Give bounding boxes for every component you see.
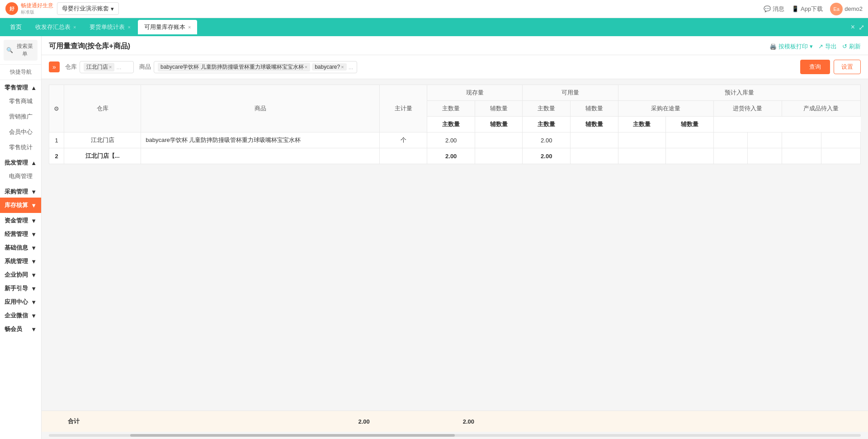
tag-close-btn[interactable]: × [109,64,112,70]
col-available-sub: 辅数量 [571,101,618,117]
header-row-1: ⚙ 仓库 商品 主计量 现存量 可用量 预计入库量 [49,85,861,101]
footer-inc-main [651,415,704,428]
tab-order-stats[interactable]: 要货单统计表 × [83,20,137,34]
footer-available-sub [495,415,547,428]
tab-label: 要货单统计表 [90,23,125,31]
sidebar: 🔍 搜索菜单 快捷导航 零售管理 ▲ 零售商城 营销推广 会员中心 零售统计 批… [0,36,42,439]
tag-text: 江北门店 [86,63,108,71]
refresh-label: 刷新 [849,42,861,51]
tab-label: 可用量库存账本 [144,23,185,31]
export-label: 导出 [825,42,837,51]
footer-inc-sub [704,415,756,428]
export-btn[interactable]: ↗ 导出 [818,42,837,51]
query-btn[interactable]: 查询 [800,60,830,74]
col-settings[interactable]: ⚙ [49,85,64,132]
sidebar-group-retail[interactable]: 零售管理 ▲ [0,80,41,94]
scrollbar-thumb[interactable] [130,434,455,437]
message-icon: 💬 [764,5,771,12]
tag-text: babycare? [315,64,340,70]
quick-nav-btn[interactable]: 快捷导航 [0,65,41,80]
product-tag-1: babycare学饮杯 儿童防摔防撞吸管杯重力球吸嘴杯宝宝水杯 × [158,63,310,71]
industry-selector[interactable]: 母婴行业演示账套 ▾ [57,2,119,15]
table-footer: 合计 2.00 2.00 [42,411,868,432]
sidebar-group-finance[interactable]: 资金管理 ▼ [0,213,41,227]
search-menu-btn[interactable]: 🔍 搜索菜单 [4,40,38,61]
tab-available-stock[interactable]: 可用量库存账本 × [138,20,197,34]
table-row: 2 江北门店【... 2.00 2.00 [49,148,861,164]
tag-close-btn[interactable]: × [305,64,307,70]
sidebar-group-wholesale[interactable]: 批发管理 ▲ [0,155,41,169]
warehouse-ellipsis: ... [116,64,121,71]
col-available-main: 主数量 [523,101,571,117]
row-pt-sub [666,148,714,164]
footer-available-main: 2.00 [443,415,495,428]
product-tags-input[interactable]: babycare学饮杯 儿童防摔防撞吸管杯重力球吸嘴杯宝宝水杯 × babyca… [154,61,357,73]
sidebar-item-member[interactable]: 会员中心 [0,124,41,140]
col-stock: 现存量 [427,85,523,101]
warehouse-tags-input[interactable]: 江北门店 × ... [80,61,134,73]
filter-expand-btn[interactable]: » [49,61,60,72]
tab-close-icon[interactable]: × [73,24,76,30]
logo: 好 畅捷通好生意 标准版 [5,2,53,15]
sidebar-group-purchase[interactable]: 采购管理 ▼ [0,184,41,198]
page-actions: 🖨️ 按模板打印 ▾ ↗ 导出 ↺ 刷新 [769,42,861,51]
sidebar-item-ecommerce[interactable]: 电商管理 [0,169,41,184]
main-layout: 🔍 搜索菜单 快捷导航 零售管理 ▲ 零售商城 营销推广 会员中心 零售统计 批… [0,36,868,439]
message-btn[interactable]: 💬 消息 [764,5,784,13]
app-download-btn[interactable]: 📱 App下载 [792,5,823,13]
sidebar-item-retail-mall[interactable]: 零售商城 [0,94,41,109]
col-product: 商品 [141,85,380,132]
sidebar-group-operations[interactable]: 经营管理 ▼ [0,227,41,240]
nav-tabs: 首页 收发存汇总表 × 要货单统计表 × 可用量库存账本 × × ⤢ [0,18,868,36]
sidebar-group-system[interactable]: 系统管理 ▼ [0,254,41,267]
col-warehouse: 仓库 [64,85,141,132]
setting-btn[interactable]: 设置 [834,60,861,74]
group-label: 应用中心 [5,298,28,306]
group-label: 批发管理 [5,159,28,167]
row-stock-main: 2.00 [427,132,475,148]
app-download-label: App下载 [801,5,823,13]
tab-receive-summary[interactable]: 收发存汇总表 × [29,20,82,34]
sidebar-item-retail-stats[interactable]: 零售统计 [0,140,41,155]
row-available-sub [571,148,618,164]
group-label: 基础信息 [5,244,28,252]
tag-close-btn[interactable]: × [341,64,344,70]
top-bar: 好 畅捷通好生意 标准版 母婴行业演示账套 ▾ 💬 消息 📱 App下载 Ea … [0,0,868,18]
col-unit: 主计量 [379,85,427,132]
product-filter: 商品 babycare学饮杯 儿童防摔防撞吸管杯重力球吸嘴杯宝宝水杯 × bab… [139,61,357,73]
user-area[interactable]: Ea demo2 [830,3,863,15]
sidebar-item-marketing[interactable]: 营销推广 [0,109,41,124]
sidebar-group-wechat[interactable]: 企业微信 ▼ [0,308,41,321]
sidebar-group-enterprise[interactable]: 企业协同 ▼ [0,267,41,281]
row-inc-main [713,132,748,148]
col-fin-main: 主数量 [618,117,666,132]
user-name: demo2 [844,5,863,12]
row-available-sub [571,132,618,148]
tab-home[interactable]: 首页 [4,20,28,34]
tab-close-icon[interactable]: × [188,24,191,30]
top-bar-left: 好 畅捷通好生意 标准版 母婴行业演示账套 ▾ [5,2,119,15]
footer-empty-product [116,415,299,428]
sidebar-group-member2[interactable]: 畅会员 ▼ [0,321,41,335]
tab-close-icon[interactable]: × [127,24,130,30]
col-pt-sub: 辅数量 [475,117,523,132]
horizontal-scrollbar[interactable] [49,434,861,437]
row-inc-main [713,148,748,164]
group-label: 库存核算 [5,201,28,209]
close-all-tabs-btn[interactable]: × [851,23,855,31]
sidebar-group-basic[interactable]: 基础信息 ▼ [0,240,41,254]
item-label: 电商管理 [9,173,33,179]
sidebar-group-guide[interactable]: 新手引导 ▼ [0,281,41,294]
col-stock-sub: 辅数量 [475,101,523,117]
row-inc-sub [748,132,782,148]
row-warehouse: 江北门店 [64,132,141,148]
refresh-btn[interactable]: ↺ 刷新 [842,42,861,51]
fullscreen-btn[interactable]: ⤢ [859,23,864,32]
sidebar-group-apps[interactable]: 应用中心 ▼ [0,294,41,308]
col-incoming: 进货待入量 [713,101,782,117]
data-table: ⚙ 仓库 商品 主计量 现存量 可用量 预计入库量 主数量 辅数量 主数量 辅数… [49,85,861,164]
sidebar-group-inventory[interactable]: 库存核算 ▼ [0,198,41,213]
logo-sub: 标准版 [21,9,53,15]
search-icon: 🔍 [6,47,13,53]
print-btn[interactable]: 🖨️ 按模板打印 ▾ [769,42,813,51]
